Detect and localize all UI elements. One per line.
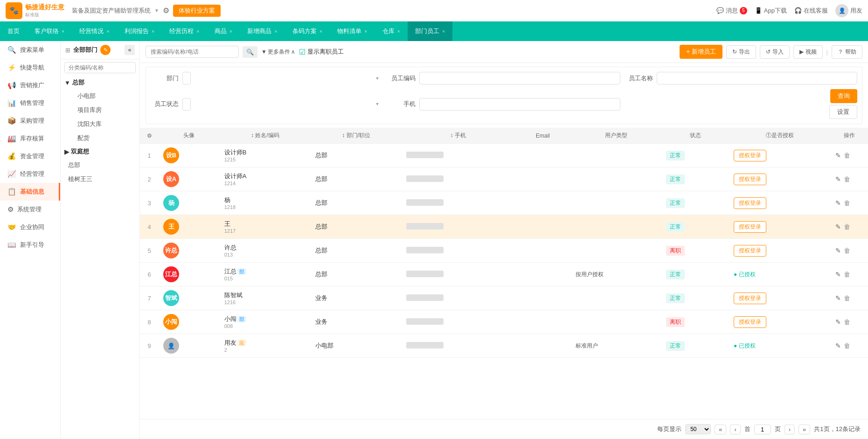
col-name[interactable]: ↕ 姓名/编码 [220,128,311,144]
page-input[interactable] [754,425,771,434]
tab-close-business[interactable]: × [106,28,109,34]
sidebar-item-purchase[interactable]: 📦 采购管理 [0,112,60,130]
edit-button[interactable]: ✎ [835,247,841,254]
per-page-select[interactable]: 50 100 [685,424,711,434]
edit-button[interactable]: ✎ [835,294,841,302]
filter-empstatus-select[interactable] [182,98,191,111]
delete-button[interactable]: 🗑 [844,152,850,159]
sidebar-item-inventory[interactable]: 🏭 库存核算 [0,130,60,147]
dept-item-peihuo[interactable]: 配货 [68,131,139,145]
edit-button[interactable]: ✎ [835,342,841,349]
filter-phone-input[interactable] [419,98,620,111]
sidebar-item-quicknav[interactable]: ⚡ 快捷导航 [0,59,60,77]
dept-group-shuangtingxiang[interactable]: ▶ 双庭想 [61,145,139,158]
message-button[interactable]: 💬 消息 5 [716,7,747,15]
import-button[interactable]: ↺ 导入 [760,45,790,59]
user-area[interactable]: 👤 用友 [835,4,862,17]
system-dropdown-arrow[interactable]: ▼ [154,8,159,13]
tab-close-process[interactable]: × [196,28,199,34]
auth-login-button[interactable]: 授权登录 [734,197,766,209]
sidebar-item-sales[interactable]: 📊 销售管理 [0,94,60,112]
filter-set-button[interactable]: 设置 [829,105,857,119]
edit-button[interactable]: ✎ [835,152,841,159]
auth-login-button[interactable]: 授权登录 [734,245,766,257]
tab-warehouse[interactable]: 仓库 × [375,21,408,41]
auth-login-button[interactable]: 授权登录 [734,150,766,161]
delete-button[interactable]: 🗑 [844,223,850,230]
sidebar-item-collab[interactable]: 🤝 企业协同 [0,218,60,236]
col-phone[interactable]: ↕ 手机 [402,128,514,144]
filter-search-button[interactable]: 查询 [830,89,857,103]
tab-close-warehouse[interactable]: × [397,28,400,34]
col-settings[interactable]: ⚙ [140,128,159,144]
edit-button[interactable]: ✎ [835,271,841,278]
tab-bom[interactable]: 物料清单 × [330,21,375,41]
dept-item-xiaodian[interactable]: 小电部 [68,89,139,103]
edit-button[interactable]: ✎ [835,223,841,230]
auth-login-button[interactable]: 授权登录 [734,316,766,328]
filter-dept-select[interactable] [182,72,191,84]
dept-group-zongbu[interactable]: ▼ 总部 [61,76,139,89]
tab-close-employees[interactable]: × [442,28,445,34]
first-page-button[interactable]: « [715,425,726,434]
dept-edit-button[interactable]: ✎ [100,45,111,55]
next-page-button[interactable]: › [785,425,795,434]
experience-button[interactable]: 体验行业方案 [173,5,221,17]
delete-button[interactable]: 🗑 [844,199,850,207]
dept-collapse-button[interactable]: « [125,45,135,55]
tab-customer[interactable]: 客户联络 × [27,21,72,41]
delete-button[interactable]: 🗑 [844,175,850,183]
more-conditions-button[interactable]: ▼ 更多条件 ∧ [261,48,295,56]
edit-button[interactable]: ✎ [835,175,841,183]
auth-login-button[interactable]: 授权登录 [734,293,766,304]
dept-search-input[interactable] [64,62,136,73]
show-left-toggle[interactable]: ☑ 显示离职员工 [299,48,344,56]
dept-item-zhishu[interactable]: 植树王三 [61,172,139,186]
tab-close-customer[interactable]: × [62,28,64,34]
app-download-button[interactable]: 📱 App下载 [755,7,787,15]
tab-close-new-goods[interactable]: × [274,28,277,34]
help-button[interactable]: ？ 帮助 [832,45,862,59]
delete-button[interactable]: 🗑 [844,342,850,349]
add-employee-button[interactable]: + 新增员工 [680,45,722,59]
sidebar-item-finance[interactable]: 💰 资金管理 [0,147,60,165]
dept-item-shenyang[interactable]: 沈阳大库 [68,117,139,131]
sidebar-item-search[interactable]: 🔍 搜索菜单 [0,41,60,59]
tab-close-profit[interactable]: × [152,28,154,34]
auth-login-button[interactable]: 授权登录 [734,221,766,233]
col-dept[interactable]: ↕ 部门/职位 [311,128,402,144]
view-button[interactable]: ▶ 视频 [793,45,823,59]
delete-button[interactable]: 🗑 [844,247,850,254]
edit-button[interactable]: ✎ [835,318,841,326]
search-button[interactable]: 🔍 [243,46,257,58]
tab-close-goods[interactable]: × [229,28,232,34]
tab-new-goods[interactable]: 新增商品 × [240,21,285,41]
prev-page-button[interactable]: ‹ [730,425,740,434]
delete-button[interactable]: 🗑 [844,318,850,326]
export-button[interactable]: ↻ 导出 [726,45,756,59]
tab-process[interactable]: 经营历程 × [162,21,207,41]
last-page-button[interactable]: » [799,425,810,434]
sidebar-item-marketing[interactable]: 📢 营销推广 [0,77,60,94]
sidebar-item-operation[interactable]: 📈 经营管理 [0,165,60,183]
tab-close-bom[interactable]: × [364,28,367,34]
tab-home[interactable]: 首页 [0,21,27,41]
online-service-button[interactable]: 🎧 在线客服 [794,7,828,15]
dept-item-zongbu2[interactable]: 总部 [61,158,139,172]
filter-empname-input[interactable] [657,72,857,84]
tab-close-barcode[interactable]: × [319,28,322,34]
tab-goods[interactable]: 商品 × [207,21,240,41]
tab-barcode[interactable]: 条码方案 × [285,21,330,41]
sidebar-item-guide[interactable]: 📖 新手引导 [0,236,60,254]
dept-item-project[interactable]: 项目库房 [68,103,139,117]
delete-button[interactable]: 🗑 [844,294,850,302]
gear-button[interactable]: ⚙ [163,6,169,15]
sidebar-item-basic[interactable]: 📋 基础信息 [0,183,60,201]
tab-business[interactable]: 经营情况 × [72,21,117,41]
tab-profit[interactable]: 利润报告 × [117,21,162,41]
tab-employees[interactable]: 部门员工 × [408,21,452,41]
delete-button[interactable]: 🗑 [844,271,850,278]
filter-empcode-input[interactable] [419,72,620,84]
edit-button[interactable]: ✎ [835,199,841,207]
sidebar-item-system[interactable]: ⚙ 系统管理 [0,201,60,218]
